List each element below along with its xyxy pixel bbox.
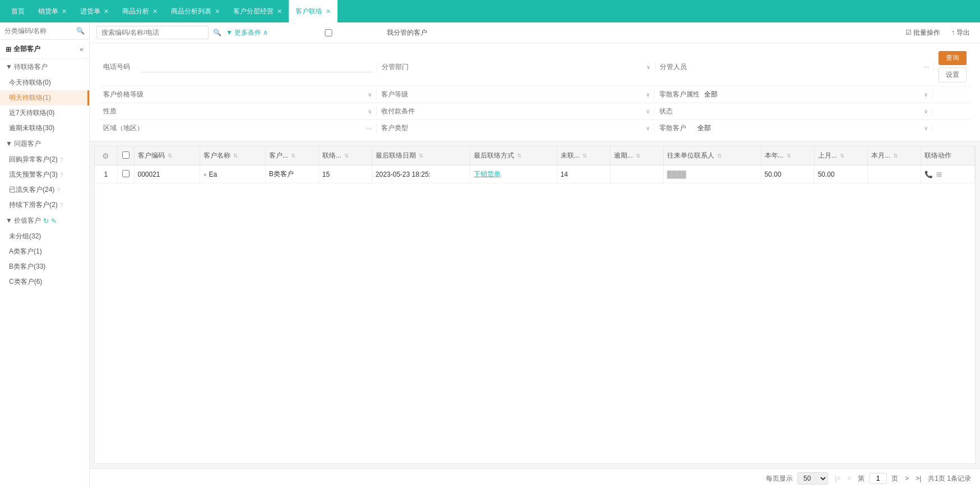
my-customers-checkbox[interactable] [272, 29, 385, 36]
next-page-btn[interactable]: > [903, 473, 911, 484]
close-icon[interactable]: ✕ [62, 8, 67, 15]
my-customers-checkbox-label[interactable]: 我分管的客户 [272, 28, 427, 38]
td-checkbox[interactable] [117, 165, 134, 183]
sort-icon[interactable]: ⇅ [893, 153, 898, 159]
th-action: 联络动作 [921, 146, 974, 165]
question-icon: ? [60, 202, 63, 209]
th-contact-person: 往来单位联系人 ⇅ [663, 146, 761, 165]
filter-icon: ▼ [226, 29, 233, 36]
current-page-input[interactable] [869, 473, 887, 484]
sort-icon[interactable]: ⇅ [717, 153, 722, 159]
sort-icon[interactable]: ⇅ [840, 153, 844, 159]
filter-phone: 电话号码 [99, 62, 377, 72]
table-header-row: ⚙ 客户编码 ⇅ 客户名称 ⇅ [95, 146, 975, 165]
customer-level-select[interactable]: ∨ [419, 91, 650, 98]
nav-customer-layer[interactable]: 客户分层经营 ✕ [226, 0, 289, 22]
first-page-btn[interactable]: |< [833, 473, 843, 484]
chevron-down-icon: ∨ [368, 108, 372, 114]
last-page-btn[interactable]: >| [913, 473, 923, 484]
close-icon[interactable]: ✕ [104, 8, 109, 15]
search-icon[interactable]: 🔍 [76, 27, 85, 35]
dept-select[interactable]: ∨ [420, 64, 651, 70]
sidebar-search-input[interactable] [4, 27, 76, 35]
sidebar-item-lost-customers[interactable]: 已流失客户(24) ? [0, 182, 89, 197]
sidebar-item-tomorrow-contact[interactable]: 明天待联络(1) [0, 90, 89, 105]
sort-icon[interactable]: ⇅ [344, 153, 349, 159]
person-select[interactable]: ··· [698, 63, 929, 71]
close-icon[interactable]: ✕ [277, 8, 282, 15]
customer-type-select[interactable]: ∨ [419, 125, 650, 131]
sort-icon[interactable]: ⇅ [583, 153, 587, 159]
sidebar-item-today-contact[interactable]: 今天待联络(0) [0, 75, 89, 90]
close-icon[interactable]: ✕ [215, 8, 220, 15]
sort-icon[interactable]: ⇅ [291, 153, 295, 159]
nav-product-analysis[interactable]: 商品分析 ✕ [115, 0, 164, 22]
th-settings[interactable]: ⚙ [95, 146, 117, 165]
sidebar-all-customers[interactable]: ⊞ 全部客户 « [0, 40, 89, 59]
search-btn-icon[interactable]: 🔍 [213, 29, 221, 36]
sidebar-item-class-c[interactable]: C类客户(6) [0, 274, 89, 289]
nav-product-analysis-list[interactable]: 商品分析列表 ✕ [164, 0, 226, 22]
region-select[interactable]: ··· [148, 125, 372, 132]
search-input[interactable] [96, 26, 209, 39]
nav-home[interactable]: 首页 [4, 0, 31, 22]
prev-page-btn[interactable]: < [845, 473, 853, 484]
customer-level-label: 客户等级 [381, 90, 415, 99]
select-all-checkbox[interactable] [122, 151, 130, 159]
td-contact-count: 15 [318, 165, 372, 183]
more-icon[interactable]: ··· [366, 125, 372, 132]
sidebar-item-declining-customers[interactable]: 持续下滑客户(2) ? [0, 197, 89, 213]
payment-terms-select[interactable]: ∨ [419, 108, 650, 114]
nav-sales-order[interactable]: 销货单 ✕ [31, 0, 73, 22]
phone-input[interactable] [141, 62, 372, 72]
refresh-icon[interactable]: ↻ [43, 217, 49, 225]
nature-label: 性质 [103, 107, 137, 116]
more-conditions-btn[interactable]: ▼ 更多条件 ∧ [226, 28, 268, 38]
customer-table: ⚙ 客户编码 ⇅ 客户名称 ⇅ [95, 146, 975, 183]
nav-customer-contact[interactable]: 客户联络 ✕ [289, 0, 338, 22]
question-icon: ? [60, 156, 63, 163]
sort-icon[interactable]: ⇅ [233, 153, 238, 159]
nav-purchase-order[interactable]: 进货单 ✕ [73, 0, 115, 22]
sidebar-item-overdue-contact[interactable]: 逾期未联络(30) [0, 121, 89, 136]
filter-retail-customer: 零散客户 全部 ∨ [655, 123, 933, 133]
nature-select[interactable]: ∨ [141, 108, 372, 114]
sidebar-item-purchase-anomaly[interactable]: 回购异常客户(2) ? [0, 152, 89, 167]
main-layout: 🔍 ⊞ 全部客户 « ▼ 待联络客户 今天待联络(0) 明天待联络(1) 近7天… [0, 22, 980, 488]
collapse-icon[interactable]: « [80, 45, 84, 53]
export-btn[interactable]: ↑ 导出 [948, 26, 973, 39]
th-checkbox[interactable] [117, 146, 134, 165]
chevron-down-icon: ∨ [924, 108, 928, 114]
sidebar-item-ungrouped[interactable]: 未分组(32) [0, 229, 89, 244]
gear-icon[interactable]: ⚙ [102, 151, 109, 160]
customer-type-label: 客户类型 [381, 123, 415, 133]
close-icon[interactable]: ✕ [152, 8, 158, 15]
last-method-link[interactable]: 下销货单 [474, 170, 501, 178]
sort-icon[interactable]: ⇅ [636, 153, 640, 159]
th-code: 客户编码 ⇅ [134, 146, 200, 165]
query-button[interactable]: 查询 [939, 51, 967, 65]
price-level-select[interactable]: ∨ [148, 91, 372, 98]
more-icon[interactable]: ··· [923, 63, 929, 71]
reset-button[interactable]: 设置 [939, 67, 967, 82]
sidebar-item-class-a[interactable]: A类客户(1) [0, 244, 89, 259]
retail-customer-select[interactable]: 全部 ∨ [697, 123, 928, 133]
grid-action-icon[interactable]: ⊞ [936, 171, 942, 178]
row-checkbox[interactable] [122, 170, 130, 177]
edit-icon[interactable]: ✎ [51, 217, 57, 225]
section-value-customers: ▼ 价值客户 ↻ ✎ [0, 213, 89, 229]
retail-attr-label: 零散客户属性 [659, 90, 700, 99]
retail-attr-select[interactable]: 全部 ∨ [704, 90, 928, 99]
sort-icon[interactable]: ⇅ [419, 153, 423, 159]
sort-icon[interactable]: ⇅ [517, 153, 521, 159]
sidebar-item-7day-contact[interactable]: 近7天待联络(0) [0, 105, 89, 121]
sidebar-item-class-b[interactable]: B类客户(33) [0, 259, 89, 274]
status-select[interactable]: ∨ [697, 108, 928, 114]
sort-icon[interactable]: ⇅ [168, 153, 172, 159]
close-icon[interactable]: ✕ [326, 8, 331, 15]
page-size-select[interactable]: 50 100 200 [797, 472, 828, 485]
call-icon[interactable]: 📞 [924, 171, 933, 178]
sort-icon[interactable]: ⇅ [787, 153, 791, 159]
sidebar-item-loss-warning[interactable]: 流失预警客户(3) ? [0, 167, 89, 182]
batch-operation-btn[interactable]: ☑ 批量操作 [902, 26, 944, 39]
